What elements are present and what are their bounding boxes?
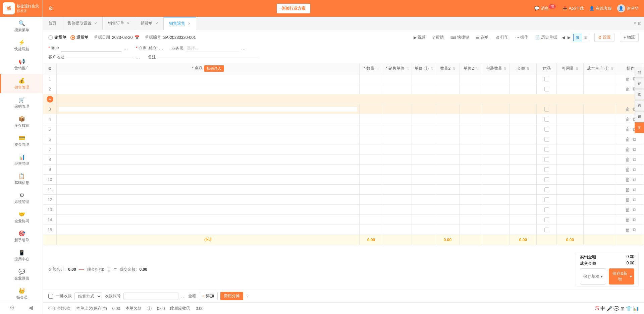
price-cell-5[interactable] <box>412 124 436 134</box>
cost-cell-8[interactable] <box>584 154 617 165</box>
unit-cell-2[interactable] <box>383 84 412 94</box>
qty-sort-icon[interactable]: ⇅ <box>376 67 379 70</box>
unit-cell-1[interactable] <box>383 74 412 84</box>
gift-checkbox-8[interactable] <box>544 157 549 162</box>
gift-cell-9[interactable] <box>537 165 557 175</box>
amount-cell-5[interactable] <box>510 124 537 134</box>
tab-price-settings[interactable]: 售价提取设置 ✕ <box>62 17 103 30</box>
tab-sales-bill[interactable]: 销货单 ✕ <box>135 17 164 30</box>
sidebar-item-appstore[interactable]: 📱 应用中心 <box>0 246 43 265</box>
account-dots[interactable]: ... <box>181 293 185 299</box>
product-input-3[interactable] <box>59 107 357 112</box>
select-btn[interactable]: ☰ 选单 <box>474 34 491 41</box>
remark-input[interactable] <box>158 56 259 58</box>
gift-checkbox-4[interactable] <box>544 117 549 122</box>
settings-button[interactable]: ⚙ 设置 <box>594 33 614 42</box>
unit2-cell-1[interactable] <box>460 74 483 84</box>
product-cell-12[interactable] <box>57 195 360 205</box>
product-cell-5[interactable] <box>57 124 360 134</box>
qty-cell-8[interactable] <box>359 154 383 165</box>
delete-icon-11[interactable]: 🗑 <box>625 187 630 192</box>
unit2-cell-10[interactable] <box>460 175 483 185</box>
tab-sales-order[interactable]: 销售订单 ✕ <box>103 17 135 30</box>
pkg-cell-9[interactable] <box>483 165 510 175</box>
radio-sale-bill[interactable]: 销货单 <box>48 35 66 40</box>
tab-home[interactable]: 首页 <box>43 17 62 30</box>
unit2-cell-7[interactable] <box>460 144 483 154</box>
qty-cell-4[interactable] <box>359 114 383 124</box>
next-record-btn[interactable]: ▶ <box>568 35 571 40</box>
staff-dots[interactable]: ... <box>241 45 246 51</box>
tab-return-close[interactable]: ✕ <box>188 22 191 25</box>
rq-attach[interactable]: 附 <box>635 67 644 78</box>
topbar-settings-icon[interactable]: ⚙ <box>48 5 53 12</box>
gift-cell-12[interactable] <box>537 195 557 205</box>
unit2-cell-5[interactable] <box>460 124 483 134</box>
product-cell-1[interactable] <box>57 74 360 84</box>
amount-cell-7[interactable] <box>510 144 537 154</box>
unit-cell-12[interactable] <box>383 195 412 205</box>
unit-cell-11[interactable] <box>383 185 412 195</box>
cost-cell-3[interactable] <box>584 104 617 114</box>
gift-checkbox-13[interactable] <box>544 207 549 212</box>
message-btn[interactable]: 💬 消息 70 <box>534 6 557 11</box>
gift-cell-13[interactable] <box>537 205 557 215</box>
product-cell-4[interactable] <box>57 114 360 124</box>
online-service-btn[interactable]: 👤 在线客服 <box>589 6 612 11</box>
cost-cell-2[interactable] <box>584 84 617 94</box>
price-cell-9[interactable] <box>412 165 436 175</box>
qty-cell-12[interactable] <box>359 195 383 205</box>
qty2-cell-5[interactable] <box>436 124 460 134</box>
pkg-cell-3[interactable] <box>483 104 510 114</box>
unit-cell-8[interactable] <box>383 154 412 165</box>
sidebar-item-marketing[interactable]: 📢 营销推广 <box>0 55 43 74</box>
delete-icon-13[interactable]: 🗑 <box>625 207 630 212</box>
delete-icon-4[interactable]: 🗑 <box>625 117 630 122</box>
avail-cell-4[interactable] <box>557 114 584 124</box>
rq-sale[interactable]: 销 <box>635 111 644 122</box>
unit2-cell-12[interactable] <box>460 195 483 205</box>
copy-icon-12[interactable]: ⧉ <box>633 197 636 202</box>
amount-cell-14[interactable] <box>510 215 537 225</box>
delete-icon-15[interactable]: 🗑 <box>625 227 630 233</box>
price-cell-8[interactable] <box>412 154 436 165</box>
sidebar-item-enterprise[interactable]: 🤝 企业协同 <box>0 208 43 227</box>
unit-cell-3[interactable] <box>383 104 412 114</box>
cost-cell-12[interactable] <box>584 195 617 205</box>
trial-button[interactable]: 体验行业方案 <box>277 4 310 13</box>
amount-cell-4[interactable] <box>510 114 537 124</box>
avail-cell-12[interactable] <box>557 195 584 205</box>
unit2-cell-14[interactable] <box>460 215 483 225</box>
operation-btn[interactable]: ⋯ 操作 <box>513 34 530 41</box>
amount-cell-3[interactable] <box>510 104 537 114</box>
qty-cell-3[interactable] <box>359 104 383 114</box>
delete-icon-5[interactable]: 🗑 <box>625 127 630 132</box>
logistics-button[interactable]: + 物流 <box>620 33 639 42</box>
tab-expand-icon[interactable]: ⊡ <box>638 21 641 26</box>
qty-cell-11[interactable] <box>359 185 383 195</box>
unit-cell-13[interactable] <box>383 205 412 215</box>
sidebar-item-purchase[interactable]: 🛒 采购管理 <box>0 93 43 112</box>
qty2-cell-3[interactable] <box>436 104 460 114</box>
price-cell-10[interactable] <box>412 175 436 185</box>
rq-buy[interactable]: 购 <box>635 100 644 111</box>
cost-cell-7[interactable] <box>584 144 617 154</box>
sidebar-collapse-btn[interactable]: ◀ <box>29 304 33 311</box>
qty-cell-1[interactable] <box>359 74 383 84</box>
unit-cell-10[interactable] <box>383 175 412 185</box>
pkg-cell-14[interactable] <box>483 215 510 225</box>
delete-icon-8[interactable]: 🗑 <box>625 157 630 162</box>
cost-cell-4[interactable] <box>584 114 617 124</box>
unit-sort-icon[interactable]: ⇅ <box>406 67 409 70</box>
unit2-cell-3[interactable] <box>460 104 483 114</box>
unit2-cell-11[interactable] <box>460 185 483 195</box>
product-cell-15[interactable] <box>57 225 360 235</box>
unit2-cell-9[interactable] <box>460 165 483 175</box>
sidebar-item-finance[interactable]: 💳 资金管理 <box>0 131 43 150</box>
price-cell-13[interactable] <box>412 205 436 215</box>
avail-cell-6[interactable] <box>557 134 584 144</box>
save-new-button[interactable]: 保存&新增 ▾ <box>609 268 634 285</box>
address-input[interactable] <box>66 56 133 58</box>
pkg-cell-8[interactable] <box>483 154 510 165</box>
qty-cell-5[interactable] <box>359 124 383 134</box>
